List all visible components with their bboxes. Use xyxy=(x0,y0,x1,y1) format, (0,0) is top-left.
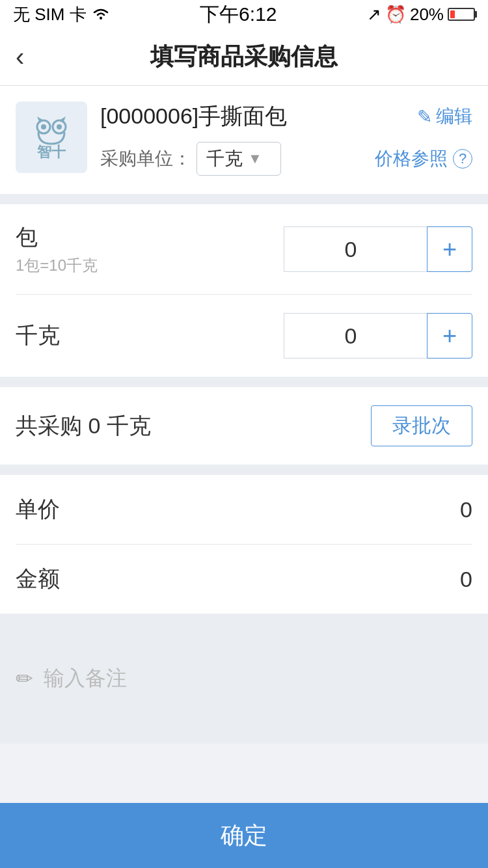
status-right: ↗ ⏰ 20% xyxy=(367,5,475,25)
bao-quantity-input[interactable] xyxy=(284,226,427,272)
bao-input-control: + xyxy=(284,226,472,272)
product-info: [0000006]手撕面包 ✎ 编辑 采购单位： 千克 ▼ 价格参照 ? xyxy=(100,102,472,176)
unit-value: 千克 xyxy=(206,146,243,171)
product-logo: 智十 xyxy=(32,113,71,162)
confirm-label: 确定 xyxy=(221,820,267,852)
kg-input-control: + xyxy=(284,313,472,359)
unit-dropdown[interactable]: 千克 ▼ xyxy=(197,142,281,176)
nav-bar: ‹ 填写商品采购信息 xyxy=(0,29,488,86)
status-left: 无 SIM 卡 xyxy=(13,3,110,26)
price-ref-help-icon: ? xyxy=(453,149,472,169)
edit-label: 编辑 xyxy=(436,104,472,129)
edit-icon: ✎ xyxy=(417,106,432,128)
svg-point-4 xyxy=(57,124,62,129)
divider-2 xyxy=(0,377,488,387)
product-card: 智十 [0000006]手撕面包 ✎ 编辑 采购单位： 千克 ▼ 价格参照 ? xyxy=(0,86,488,194)
page-title: 填写商品采购信息 xyxy=(150,41,338,73)
remark-section[interactable]: ✏ 输入备注 xyxy=(0,614,488,744)
kg-label-text: 千克 xyxy=(16,321,60,351)
amount-row: 金额 0 xyxy=(0,545,488,614)
dropdown-arrow-icon: ▼ xyxy=(248,150,262,167)
sim-text: 无 SIM 卡 xyxy=(13,3,87,26)
product-name-row: [0000006]手撕面包 ✎ 编辑 xyxy=(100,102,472,131)
price-section: 单价 0 金额 0 xyxy=(0,475,488,614)
status-bar: 无 SIM 卡 下午6:12 ↗ ⏰ 20% xyxy=(0,0,488,29)
product-name: [0000006]手撕面包 xyxy=(100,102,287,131)
pencil-icon: ✏ xyxy=(16,666,33,691)
divider-1 xyxy=(0,194,488,204)
svg-point-0 xyxy=(100,17,102,20)
summary-text: 共采购 0 千克 xyxy=(16,411,151,441)
bao-plus-button[interactable]: + xyxy=(427,226,472,272)
kg-label: 千克 xyxy=(16,321,60,351)
status-time: 下午6:12 xyxy=(200,1,277,28)
price-ref-label: 价格参照 xyxy=(375,146,448,171)
battery-icon xyxy=(448,8,475,21)
remark-placeholder: 输入备注 xyxy=(44,664,127,693)
kg-plus-button[interactable]: + xyxy=(427,313,472,359)
kg-quantity-input[interactable] xyxy=(284,313,427,359)
svg-point-3 xyxy=(41,124,46,129)
bao-sublabel: 1包=10千克 xyxy=(16,255,98,276)
amount-value: 0 xyxy=(460,567,472,592)
confirm-button[interactable]: 确定 xyxy=(0,803,488,868)
batch-button[interactable]: 录批次 xyxy=(371,405,472,446)
bao-input-section: 包 1包=10千克 + 千克 + xyxy=(0,204,488,377)
bao-label: 包 1包=10千克 xyxy=(16,223,98,276)
unit-label: 采购单位： xyxy=(100,146,191,171)
unit-price-row: 单价 0 xyxy=(0,475,488,544)
edit-button[interactable]: ✎ 编辑 xyxy=(417,104,472,129)
amount-label: 金额 xyxy=(16,564,60,594)
alarm-icon: ⏰ xyxy=(385,5,406,25)
unit-price-label: 单价 xyxy=(16,495,60,524)
location-icon: ↗ xyxy=(367,5,381,25)
kg-input-row: 千克 + xyxy=(0,295,488,377)
unit-select-wrap: 采购单位： 千克 ▼ xyxy=(100,142,281,176)
bao-input-row: 包 1包=10千克 + xyxy=(0,204,488,294)
wifi-icon xyxy=(92,5,110,25)
price-ref-button[interactable]: 价格参照 ? xyxy=(375,146,472,171)
divider-3 xyxy=(0,465,488,475)
back-button[interactable]: ‹ xyxy=(16,42,24,72)
product-image: 智十 xyxy=(16,102,87,173)
bao-label-text: 包 xyxy=(16,223,98,252)
summary-row: 共采购 0 千克 录批次 xyxy=(0,387,488,465)
unit-row: 采购单位： 千克 ▼ 价格参照 ? xyxy=(100,142,472,176)
unit-price-value: 0 xyxy=(460,497,472,522)
battery-pct: 20% xyxy=(410,5,444,25)
